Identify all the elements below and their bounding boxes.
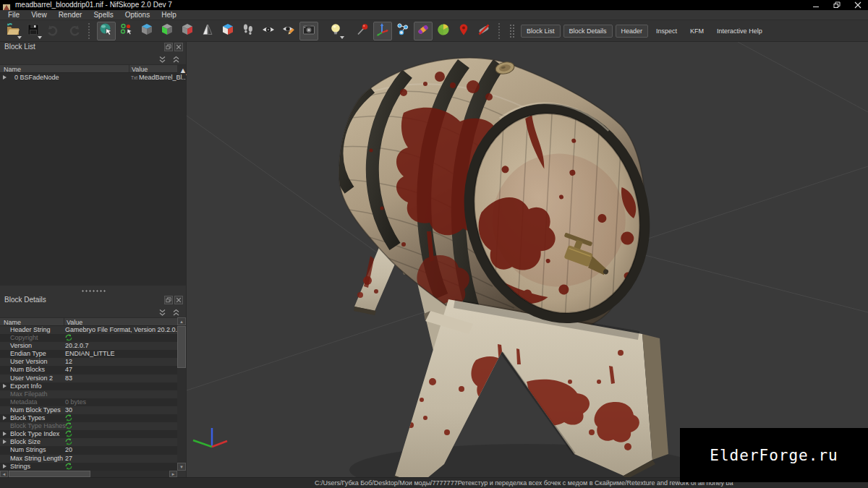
expander-icon[interactable] xyxy=(3,432,7,436)
row-name: Block Types xyxy=(10,414,45,422)
menu-render[interactable]: Render xyxy=(53,10,88,20)
table-row[interactable]: Num Blocks47 xyxy=(0,366,177,374)
expander-icon[interactable] xyxy=(3,75,7,80)
menu-file[interactable]: File xyxy=(2,10,25,20)
cube-side-red-icon xyxy=(180,22,195,40)
expand-all-icon[interactable] xyxy=(172,307,181,315)
undo-icon xyxy=(46,22,61,40)
expander-icon[interactable] xyxy=(3,416,7,420)
dock-splitter[interactable] xyxy=(0,286,186,296)
titlebar: meadbarrel_blooddrip01.nif - NifSkope 2.… xyxy=(0,0,868,10)
eye-edit-button[interactable] xyxy=(279,22,298,40)
menu-view[interactable]: View xyxy=(25,10,53,20)
undo-button[interactable] xyxy=(44,22,63,40)
flip-plane-button[interactable] xyxy=(198,22,217,40)
eye-edit-icon xyxy=(281,22,296,40)
menubar: FileViewRenderSpellsOptionsHelp xyxy=(0,10,868,20)
close-button[interactable] xyxy=(847,0,868,10)
open-folder-button[interactable] xyxy=(4,22,22,40)
table-row[interactable]: Strings xyxy=(0,463,177,471)
capsule-button[interactable] xyxy=(414,22,433,40)
cube-color-button[interactable] xyxy=(218,22,237,40)
table-row[interactable]: Block Type Hashes xyxy=(0,422,177,430)
nodes-button[interactable] xyxy=(393,22,412,40)
menu-options[interactable]: Options xyxy=(119,10,156,20)
no-markers-button[interactable] xyxy=(475,22,493,40)
scroll-up-icon[interactable]: ▲ xyxy=(177,317,186,325)
menu-help[interactable]: Help xyxy=(156,10,182,20)
dropdown-arrow-icon[interactable] xyxy=(17,36,22,39)
pin-button[interactable] xyxy=(353,22,372,40)
collapse-all-icon[interactable] xyxy=(158,53,167,62)
table-row[interactable]: Num Block Types30 xyxy=(0,406,177,414)
inspect-toggle[interactable]: Inspect xyxy=(651,25,682,37)
menu-spells[interactable]: Spells xyxy=(88,10,119,20)
table-row[interactable]: Block Size xyxy=(0,438,177,446)
table-row[interactable]: Version20.2.0.7 xyxy=(0,342,177,350)
maximize-button[interactable] xyxy=(826,0,847,10)
table-row[interactable]: Header StringGamebryo File Format, Versi… xyxy=(0,326,177,334)
redo-button[interactable] xyxy=(64,22,83,40)
scroll-left-icon[interactable]: ◄ xyxy=(0,471,8,477)
table-row[interactable]: User Version12 xyxy=(0,358,177,366)
table-row[interactable]: 0 BSFadeNodeTxtMeadBarrel_Bl... xyxy=(0,73,186,82)
axes-button[interactable] xyxy=(373,22,392,40)
cube-top-blue-button[interactable] xyxy=(137,22,156,40)
expander-icon[interactable] xyxy=(3,384,7,388)
expander-icon[interactable] xyxy=(3,440,7,444)
row-value: TxtMeadBarrel_Bl... xyxy=(131,73,186,82)
close-panel-icon[interactable] xyxy=(174,43,183,51)
block-details-toggle[interactable]: Block Details xyxy=(563,25,613,38)
row-name: Copyright xyxy=(10,334,38,342)
expand-all-icon[interactable] xyxy=(172,53,181,62)
camera-button[interactable] xyxy=(299,22,318,40)
interactive-help-toggle[interactable]: Interactive Help xyxy=(712,25,767,37)
select-vertices-button[interactable] xyxy=(117,22,136,40)
table-row[interactable]: Max String Length27 xyxy=(0,455,177,463)
kfm-toggle[interactable]: KFM xyxy=(685,25,709,37)
row-name: User Version 2 xyxy=(10,374,53,382)
block-details-titlebar: Block Details xyxy=(0,295,186,305)
row-name: 0 BSFadeNode xyxy=(14,73,59,82)
footsteps-button[interactable] xyxy=(239,22,258,40)
table-row[interactable]: Block Types xyxy=(0,414,177,422)
table-row[interactable]: Metadata0 bytes xyxy=(0,398,177,406)
scroll-right-icon[interactable]: ► xyxy=(169,471,177,477)
horizontal-scrollbar[interactable]: ◄ ► xyxy=(0,471,177,477)
lightbulb-button[interactable] xyxy=(326,22,345,40)
save-button[interactable] xyxy=(24,22,43,40)
table-row[interactable]: Copyright xyxy=(0,334,177,342)
splitter-handle[interactable] xyxy=(81,290,106,292)
float-panel-icon[interactable] xyxy=(164,296,173,304)
expander-icon[interactable] xyxy=(3,464,7,468)
viewport-3d[interactable] xyxy=(187,42,868,477)
map-pin-button[interactable] xyxy=(454,22,473,40)
scrollbar-thumb[interactable] xyxy=(9,471,90,477)
cube-side-red-button[interactable] xyxy=(178,22,197,40)
table-row[interactable]: Num Strings20 xyxy=(0,446,177,454)
vertical-scrollbar[interactable]: ▲ ▼ xyxy=(177,317,186,471)
scrollbar-thumb[interactable] xyxy=(177,326,186,368)
table-row[interactable]: Export Info xyxy=(0,382,177,390)
header-toggle[interactable]: Header xyxy=(616,25,649,38)
table-row[interactable]: Block Type Index xyxy=(0,430,177,438)
select-sphere-button[interactable] xyxy=(97,22,116,40)
table-row[interactable]: Endian TypeENDIAN_LITTLE xyxy=(0,350,177,358)
collapse-all-icon[interactable] xyxy=(158,307,167,315)
nifskope-window: meadbarrel_blooddrip01.nif - NifSkope 2.… xyxy=(0,0,868,488)
dropdown-arrow-icon[interactable] xyxy=(340,36,344,39)
scroll-down-icon[interactable]: ▼ xyxy=(177,463,186,471)
toolbar-grip[interactable] xyxy=(509,24,515,38)
dropdown-arrow-icon[interactable] xyxy=(38,36,42,39)
table-row[interactable]: User Version 283 xyxy=(0,374,177,382)
pie-button[interactable] xyxy=(434,22,453,40)
close-panel-icon[interactable] xyxy=(174,296,183,304)
row-name: Block Type Hashes xyxy=(10,422,66,430)
panel-title: Block Details xyxy=(4,296,46,304)
eye-button[interactable] xyxy=(259,22,278,40)
float-panel-icon[interactable] xyxy=(164,43,173,51)
cube-front-green-button[interactable] xyxy=(158,22,176,40)
block-list-toggle[interactable]: Block List xyxy=(521,25,561,38)
minimize-button[interactable] xyxy=(805,0,826,10)
table-row[interactable]: Max Filepath xyxy=(0,390,177,398)
